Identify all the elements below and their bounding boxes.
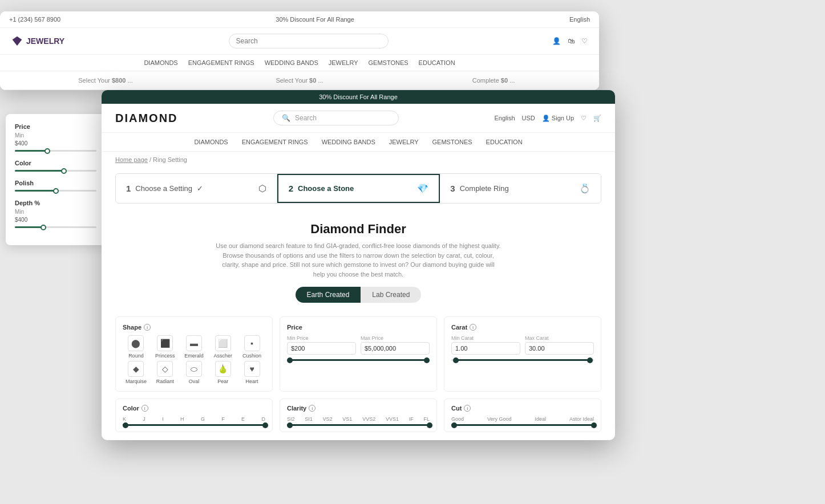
shape-pear[interactable]: 🍐 Pear xyxy=(209,361,236,384)
main-promo-bar: 30% Discount For All Range xyxy=(102,90,615,104)
cut-info-icon[interactable]: i xyxy=(464,405,471,412)
carat-max-group: Max Carat xyxy=(525,335,594,355)
shape-oval[interactable]: ⬭ Oval xyxy=(181,361,208,384)
signup-button[interactable]: 👤 Sign Up xyxy=(542,115,574,122)
price-min-input[interactable] xyxy=(287,342,356,355)
color-label: Color xyxy=(15,160,96,166)
bg-cart-icon[interactable]: 🛍 xyxy=(568,37,575,45)
step-1-num: 1 xyxy=(126,184,131,193)
nav-education[interactable]: EDUCATION xyxy=(486,139,523,145)
color-track[interactable] xyxy=(15,170,96,172)
shape-radiant-icon: ◇ xyxy=(157,361,173,377)
price-track-main[interactable] xyxy=(287,359,430,361)
shape-princess-icon: ⬛ xyxy=(157,335,173,351)
color-info-icon[interactable]: i xyxy=(141,405,148,412)
sidebar-panel: Price Min $400 Color Polish Depth % Min … xyxy=(6,114,106,245)
step-2-left: 2 Choose a Stone xyxy=(289,184,354,193)
price-max-group: Max Price xyxy=(361,335,430,355)
breadcrumb-home[interactable]: Home page xyxy=(115,156,148,163)
step-1-left: 1 Choose a Setting ✓ xyxy=(126,184,203,193)
bg-nav-diamonds[interactable]: DIAMONDS xyxy=(144,59,177,66)
step-1[interactable]: 1 Choose a Setting ✓ ⬡ xyxy=(116,174,277,203)
step-3[interactable]: 3 Complete Ring 💍 xyxy=(440,174,601,203)
color-filter-box: Color i K J I H G F E D xyxy=(115,399,273,432)
color-filter-section: Color xyxy=(15,160,96,172)
diamond-finder-desc: Use our diamond search feature to find G… xyxy=(216,241,501,279)
shape-cushion[interactable]: ▪ Cushion xyxy=(238,335,265,359)
shape-info-icon[interactable]: i xyxy=(144,324,151,331)
toggle-earth[interactable]: Earth Created xyxy=(296,287,361,303)
bg-search[interactable] xyxy=(229,34,389,48)
steps-bar: 1 Choose a Setting ✓ ⬡ 2 Choose a Stone … xyxy=(115,173,601,204)
step-1-label: Choose a Setting xyxy=(135,184,192,193)
bg-wishlist-icon[interactable]: ♡ xyxy=(581,37,588,45)
polish-track[interactable] xyxy=(15,190,96,192)
shape-radiant[interactable]: ◇ Radiant xyxy=(152,361,179,384)
step-3-num: 3 xyxy=(450,184,455,193)
bg-nav-gemstones[interactable]: GEMSTONES xyxy=(369,59,409,66)
bg-step-1: Select Your $800 ... xyxy=(11,77,200,84)
carat-min-input[interactable] xyxy=(451,342,520,355)
carat-info-icon[interactable]: i xyxy=(470,324,476,331)
main-window: 30% Discount For All Range DIAMOND 🔍 Sea… xyxy=(102,90,615,440)
nav-diamonds[interactable]: DIAMONDS xyxy=(194,139,228,145)
cut-scale-track[interactable] xyxy=(451,424,594,426)
diamond-toggle-group[interactable]: Earth Created Lab Created xyxy=(296,287,422,303)
price-filter-section: Price Min $400 xyxy=(15,123,96,152)
bg-nav-engagement[interactable]: ENGAGEMENT RINGS xyxy=(188,59,254,66)
carat-track-main[interactable] xyxy=(451,359,594,361)
depth-track[interactable] xyxy=(15,226,96,228)
step-1-icon: ⬡ xyxy=(258,183,266,194)
bg-step-2: Select Your $0 ... xyxy=(205,77,394,84)
nav-engagement[interactable]: ENGAGEMENT RINGS xyxy=(242,139,308,145)
price-filter-box: Price Min Price Max Price xyxy=(280,316,437,392)
shape-round[interactable]: ⬤ Round xyxy=(123,335,149,359)
shape-marquise-icon: ◆ xyxy=(128,361,144,377)
step-3-icon: 💍 xyxy=(579,183,591,194)
clarity-scale-labels: SI2 SI1 VS2 VS1 VVS2 VVS1 IF FL xyxy=(287,416,430,422)
shape-heart[interactable]: ♥ Heart xyxy=(238,361,265,384)
color-scale-track[interactable] xyxy=(123,424,265,426)
search-placeholder: Search xyxy=(295,114,317,122)
cart-icon[interactable]: 🛒 xyxy=(593,115,601,122)
price-min-label: Min xyxy=(15,132,96,139)
bg-nav-jewelry[interactable]: JEWELRY xyxy=(329,59,358,66)
bg-lang: English xyxy=(569,16,590,23)
main-header: DIAMOND 🔍 Search English USD 👤 Sign Up ♡… xyxy=(102,104,615,133)
shape-asscher[interactable]: ⬜ Asscher xyxy=(209,335,236,359)
main-search-bar[interactable]: 🔍 Search xyxy=(273,111,399,125)
price-range-inputs: Min Price Max Price xyxy=(287,335,430,355)
step-1-check: ✓ xyxy=(197,184,203,193)
clarity-scale-track[interactable] xyxy=(287,424,430,426)
price-track[interactable] xyxy=(15,150,96,152)
nav-wedding[interactable]: WEDDING BANDS xyxy=(322,139,375,145)
clarity-info-icon[interactable]: i xyxy=(309,405,316,412)
bg-nav-education[interactable]: EDUCATION xyxy=(419,59,455,66)
shape-filter-title: Shape i xyxy=(123,324,265,331)
depth-min-value: $400 xyxy=(15,217,96,223)
carat-max-input[interactable] xyxy=(525,342,594,355)
currency-selector[interactable]: USD xyxy=(522,115,535,121)
carat-min-label: Min Carat xyxy=(451,335,520,341)
carat-filter-title: Carat i xyxy=(451,324,594,331)
toggle-lab[interactable]: Lab Created xyxy=(361,287,421,303)
breadcrumb: Home page / Ring Setting xyxy=(102,152,615,168)
wishlist-icon[interactable]: ♡ xyxy=(581,115,587,122)
price-label: Price xyxy=(15,123,96,130)
nav-gemstones[interactable]: GEMSTONES xyxy=(432,139,472,145)
main-logo: DIAMOND xyxy=(115,112,178,125)
depth-label: Depth % xyxy=(15,200,96,206)
shape-emerald[interactable]: ▬ Emerald xyxy=(181,335,208,359)
nav-jewelry[interactable]: JEWELRY xyxy=(389,139,419,145)
bg-user-icon[interactable]: 👤 xyxy=(552,37,561,45)
lang-selector[interactable]: English xyxy=(494,115,515,121)
shape-marquise[interactable]: ◆ Marquise xyxy=(123,361,149,384)
price-filter-title: Price xyxy=(287,324,430,331)
bg-search-input[interactable] xyxy=(229,34,389,48)
step-2-num: 2 xyxy=(289,184,293,193)
price-max-input[interactable] xyxy=(361,342,430,355)
shape-princess[interactable]: ⬛ Princess xyxy=(152,335,179,359)
bg-nav-wedding[interactable]: WEDDING BANDS xyxy=(265,59,318,66)
price-min-label: Min Price xyxy=(287,335,356,341)
step-2[interactable]: 2 Choose a Stone 💎 xyxy=(277,174,440,203)
